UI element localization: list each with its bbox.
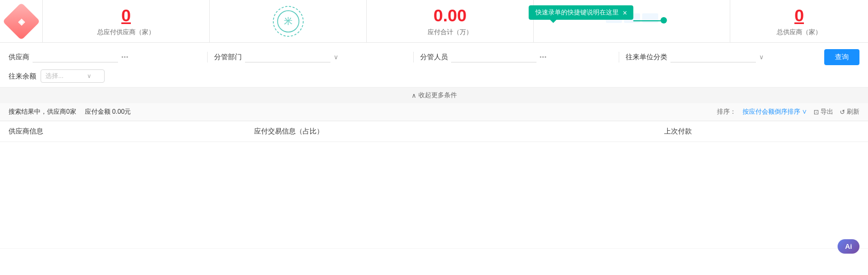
col-header-payable-transaction: 应付交易信息（占比） bbox=[246, 121, 656, 142]
stats-bar: ◈ 0 总应付供应商（家） 米 0.00 应付合计（万） 快 bbox=[0, 0, 868, 43]
filter-row-2: 往来余额 选择... ∨ bbox=[9, 69, 859, 83]
results-left: 搜索结果中，供应商0家 应付金额 0.00元 bbox=[9, 107, 131, 116]
sort-label: 排序： bbox=[717, 107, 736, 116]
divider-1 bbox=[207, 52, 208, 62]
department-input[interactable] bbox=[245, 52, 330, 62]
stat-value-payable-total: 0.00 bbox=[433, 5, 467, 26]
divider-2 bbox=[413, 52, 414, 62]
results-right: 排序： 按应付会额倒序排序 ∨ ⊡ 导出 ↺ 刷新 bbox=[717, 107, 859, 116]
unit-category-label: 往来单位分类 bbox=[626, 52, 667, 62]
empty-area bbox=[0, 142, 868, 249]
balance-select[interactable]: 选择... ∨ bbox=[41, 69, 105, 83]
results-bar: 搜索结果中，供应商0家 应付金额 0.00元 排序： 按应付会额倒序排序 ∨ ⊡… bbox=[0, 103, 868, 121]
export-button[interactable]: ⊡ 导出 bbox=[814, 107, 833, 116]
balance-label: 往来余额 bbox=[9, 72, 36, 81]
manager-input[interactable] bbox=[451, 52, 536, 62]
export-label: 导出 bbox=[820, 107, 833, 116]
supplier-label: 供应商 bbox=[9, 52, 29, 62]
table-header-row: 供应商信息 应付交易信息（占比） 上次付款 bbox=[0, 121, 868, 142]
stat-value-payable-suppliers: 0 bbox=[121, 5, 131, 26]
table-body bbox=[0, 142, 868, 249]
stat-value-total-suppliers: 0 bbox=[794, 5, 804, 26]
filter-row-1: 供应商 ··· 分管部门 ∨ 分管人员 ··· 往来单位分类 ∨ 查询 bbox=[9, 49, 859, 65]
col-header-last-payment: 上次付款 bbox=[656, 121, 868, 142]
payable-amount-label: 应付金额 0.00元 bbox=[85, 107, 131, 116]
sort-arrow: ∨ bbox=[802, 108, 807, 115]
balance-arrow: ∨ bbox=[87, 73, 91, 80]
empty-row bbox=[0, 142, 868, 249]
tooltip-dot bbox=[661, 17, 667, 23]
tooltip-text: 快速录单的快捷键说明在这里 bbox=[535, 8, 619, 17]
decorative-icon: 米 bbox=[272, 5, 304, 37]
data-table: 供应商信息 应付交易信息（占比） 上次付款 bbox=[0, 121, 868, 249]
stat-icon-item: 米 bbox=[210, 0, 366, 42]
refresh-icon: ↺ bbox=[840, 108, 845, 116]
table-header: 供应商信息 应付交易信息（占比） 上次付款 bbox=[0, 121, 868, 142]
department-arrow[interactable]: ∨ bbox=[334, 53, 338, 61]
stat-total-suppliers: 0 总供应商（家） bbox=[730, 0, 868, 42]
stat-total-payable-suppliers: 0 总应付供应商（家） bbox=[43, 0, 210, 42]
collapse-icon: ∧ bbox=[412, 92, 416, 99]
divider-3 bbox=[619, 52, 619, 62]
filter-group-manager: 分管人员 ··· bbox=[420, 52, 612, 62]
collapse-bar: ∧ 收起更多条件 bbox=[0, 88, 868, 103]
filter-group-department: 分管部门 ∨ bbox=[214, 52, 406, 62]
stat-ghost-area: 快速录单的快捷键说明在这里 × bbox=[534, 0, 730, 42]
stat-label-payable-suppliers: 总应付供应商（家） bbox=[97, 28, 155, 37]
search-button[interactable]: 查询 bbox=[824, 49, 859, 65]
filter-group-supplier: 供应商 ··· bbox=[9, 52, 201, 62]
stat-label-payable-total: 应付合计（万） bbox=[428, 28, 472, 37]
ai-button[interactable]: Ai bbox=[838, 239, 859, 249]
sort-select-button[interactable]: 按应付会额倒序排序 ∨ bbox=[743, 107, 807, 116]
stat-label-total-suppliers: 总供应商（家） bbox=[777, 28, 822, 37]
stat-payable-total: 0.00 应付合计（万） bbox=[367, 0, 534, 42]
supplier-dots[interactable]: ··· bbox=[121, 52, 128, 62]
collapse-button[interactable]: ∧ 收起更多条件 bbox=[412, 91, 457, 100]
department-label: 分管部门 bbox=[214, 52, 242, 62]
collapse-label: 收起更多条件 bbox=[419, 91, 457, 100]
unit-category-input[interactable] bbox=[670, 52, 756, 62]
filter-group-unit-category: 往来单位分类 ∨ bbox=[626, 52, 818, 62]
svg-text:米: 米 bbox=[284, 17, 293, 26]
refresh-label: 刷新 bbox=[847, 107, 859, 116]
refresh-button[interactable]: ↺ 刷新 bbox=[840, 107, 859, 116]
export-icon: ⊡ bbox=[814, 108, 819, 116]
supplier-input[interactable] bbox=[33, 52, 118, 62]
search-result-label: 搜索结果中，供应商0家 bbox=[9, 107, 76, 116]
tooltip-popup: 快速录单的快捷键说明在这里 × bbox=[529, 5, 634, 20]
balance-placeholder: 选择... bbox=[45, 72, 64, 81]
logo-area: ◈ bbox=[0, 0, 43, 42]
manager-dots[interactable]: ··· bbox=[540, 52, 547, 62]
filter-bar: 供应商 ··· 分管部门 ∨ 分管人员 ··· 往来单位分类 ∨ 查询 往来余额 bbox=[0, 43, 868, 88]
unit-category-arrow[interactable]: ∨ bbox=[759, 53, 764, 61]
manager-label: 分管人员 bbox=[420, 52, 448, 62]
sort-option-label: 按应付会额倒序排序 bbox=[743, 108, 800, 115]
tooltip-close-icon[interactable]: × bbox=[623, 9, 627, 17]
col-header-supplier-info: 供应商信息 bbox=[0, 121, 246, 142]
